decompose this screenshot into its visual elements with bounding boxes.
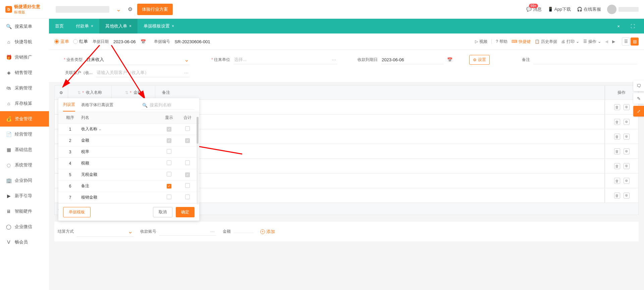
checkbox[interactable]	[185, 126, 190, 131]
sidebar-item-purchase[interactable]: 🛍采购管理	[0, 80, 49, 96]
checkbox[interactable]	[185, 160, 190, 165]
help-button[interactable]: ?帮助	[496, 39, 507, 45]
fullscreen-icon[interactable]: ⛶	[629, 22, 637, 30]
tab-home[interactable]: 首页	[49, 19, 70, 33]
col-row[interactable]: 4税额	[58, 158, 199, 169]
checkbox[interactable]	[167, 160, 171, 165]
checkbox[interactable]	[167, 138, 171, 143]
col-row[interactable]: 1收入名称 ⌄	[58, 124, 199, 135]
party-select[interactable]: 选择...⋯	[233, 55, 337, 64]
message-link[interactable]: 💬 消息 99+	[526, 6, 542, 12]
sidebar-item-member[interactable]: V畅会员	[0, 234, 49, 250]
tab-close-all-button[interactable]: ×	[614, 22, 623, 30]
operate-button[interactable]: ☰操作⌄	[583, 39, 601, 45]
sidebar-item-system[interactable]: ◌系统管理	[0, 157, 49, 173]
checkbox[interactable]	[185, 183, 190, 188]
checkbox[interactable]	[167, 149, 171, 154]
checkbox[interactable]	[167, 195, 171, 199]
checkbox[interactable]	[167, 127, 171, 132]
copy-icon[interactable]: ⊕	[624, 148, 630, 154]
sidebar-item-operation[interactable]: 📄经营管理	[0, 127, 49, 142]
biz-type-select[interactable]: 往来收入⌄	[86, 55, 190, 65]
tab-payment[interactable]: 付款单×	[70, 19, 99, 33]
next-icon[interactable]: ▶	[612, 39, 615, 44]
add-settlement-button[interactable]: +添加	[260, 229, 275, 235]
checkbox[interactable]	[185, 172, 190, 177]
calendar-icon[interactable]: 📅	[141, 39, 146, 44]
col-amount[interactable]: ⇅*金额	[112, 86, 155, 99]
settle-method-select[interactable]: ⌄	[76, 226, 133, 237]
delete-icon[interactable]: 🗑	[614, 193, 620, 199]
float-note-icon[interactable]: 🗨	[633, 80, 644, 91]
print-button[interactable]: 🖨打印⌄	[561, 39, 579, 45]
popup-search-input[interactable]: 🔍 搜索列名称	[141, 101, 195, 110]
copy-icon[interactable]: ⊕	[624, 193, 630, 199]
delete-icon[interactable]: 🗑	[614, 178, 620, 184]
float-edit-icon[interactable]: ✎	[633, 93, 644, 104]
prev-icon[interactable]: ◀	[605, 39, 608, 44]
tab-template-settings[interactable]: 单据模板设置×	[138, 19, 180, 33]
delete-icon[interactable]: 🗑	[614, 104, 620, 110]
history-button[interactable]: 📋历史单据	[535, 39, 557, 45]
view-list-button[interactable]: ☰	[622, 38, 630, 46]
checkbox[interactable]	[185, 195, 190, 199]
popup-tab-columns[interactable]: 列设置	[63, 102, 75, 112]
float-expand-icon[interactable]: ⤢	[633, 106, 644, 117]
company-selector[interactable]: ⌄ ⚙	[56, 6, 132, 13]
delete-icon[interactable]: 🗑	[614, 134, 620, 140]
table-config-button[interactable]: ⚙	[55, 86, 68, 99]
settle-account-select[interactable]: ⋯	[159, 228, 216, 236]
sidebar-item-basic[interactable]: ▦基础信息	[0, 142, 49, 157]
col-row[interactable]: 6备注	[58, 180, 199, 192]
remark-input[interactable]	[533, 56, 637, 64]
copy-icon[interactable]: ⊕	[624, 163, 630, 169]
sidebar-item-hardware[interactable]: 🖥智能硬件	[0, 204, 49, 219]
col-income-name[interactable]: ⇅*收入名称	[68, 86, 112, 99]
popup-tab-lineheight[interactable]: 表格字体行高设置	[81, 102, 113, 111]
col-row[interactable]: 2金额	[58, 135, 199, 146]
sidebar-item-quick-nav[interactable]: ⌂快捷导航	[0, 34, 49, 50]
calendar-icon[interactable]: 📅	[447, 57, 452, 62]
sidebar-item-search-menu[interactable]: 🔍搜索菜单	[0, 19, 49, 34]
video-help-button[interactable]: ▷视频	[475, 39, 487, 45]
due-date-input[interactable]: 2023-06-06	[381, 56, 444, 64]
confirm-button[interactable]: 确定	[176, 207, 195, 217]
user-menu[interactable]	[607, 5, 639, 14]
copy-icon[interactable]: ⊕	[624, 104, 630, 110]
sidebar-item-marketing[interactable]: 🎁营销推广	[0, 50, 49, 65]
close-icon[interactable]: ×	[91, 24, 93, 28]
shortcut-button[interactable]: ⌨快捷键	[512, 39, 531, 45]
app-download-link[interactable]: 📱 App下载	[548, 6, 571, 12]
col-row[interactable]: 7核销金额	[58, 192, 199, 203]
col-row[interactable]: 5无税金额	[58, 169, 199, 180]
doc-date-value[interactable]: 2023-06-06	[113, 39, 136, 44]
radio-red[interactable]: 红单	[73, 39, 88, 45]
delete-icon[interactable]: 🗑	[614, 148, 620, 154]
close-icon[interactable]: ×	[129, 24, 131, 28]
template-button[interactable]: 单据模板	[63, 207, 91, 217]
close-icon[interactable]: ×	[172, 24, 174, 28]
checkbox[interactable]	[167, 184, 171, 189]
assoc-customer-input[interactable]: 请输入关联客户（收入单）⋯	[96, 68, 190, 77]
col-row[interactable]: 3税率	[58, 146, 199, 158]
settle-amount-input[interactable]	[233, 230, 254, 233]
copy-icon[interactable]: ⊕	[624, 178, 630, 184]
sidebar-item-inventory[interactable]: ⌂库存核算	[0, 96, 49, 111]
support-link[interactable]: 🎧 在线客服	[577, 6, 601, 12]
checkbox[interactable]	[167, 172, 171, 176]
delete-icon[interactable]: 🗑	[614, 119, 620, 125]
delete-icon[interactable]: 🗑	[614, 163, 620, 169]
view-detail-button[interactable]: ▤	[631, 38, 639, 46]
copy-icon[interactable]: ⊕	[624, 134, 630, 140]
checkbox[interactable]	[185, 138, 190, 143]
popup-scrollbar[interactable]	[197, 117, 199, 205]
sidebar-item-funds[interactable]: 💰资金管理	[0, 111, 49, 127]
cancel-button[interactable]: 取消	[153, 207, 172, 217]
experience-button[interactable]: 体验行业方案	[137, 4, 173, 15]
sidebar-item-sales[interactable]: ◈销售管理	[0, 65, 49, 80]
sidebar-item-enterprise[interactable]: 🏢企业协同	[0, 173, 49, 188]
copy-icon[interactable]: ⊕	[624, 119, 630, 125]
sidebar-item-wechat-work[interactable]: ◯企业微信	[0, 219, 49, 234]
gear-icon[interactable]: ⚙	[128, 6, 132, 12]
tab-other-income[interactable]: 其他收入单×	[99, 19, 138, 33]
